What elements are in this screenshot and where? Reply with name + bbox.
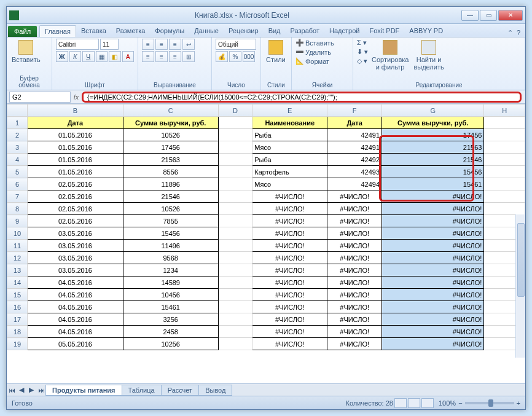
cell-C2[interactable]: 10526	[123, 129, 218, 141]
cell-B10[interactable]: 03.05.2016	[28, 227, 123, 240]
cell-G4[interactable]: 21546	[382, 154, 484, 166]
cell-D10[interactable]	[218, 227, 252, 240]
sheet-nav-prev[interactable]: ◀	[17, 385, 26, 395]
minimize-button[interactable]: —	[461, 10, 479, 21]
percent-button[interactable]: %	[229, 51, 241, 62]
cell-C6[interactable]: 11896	[123, 178, 218, 190]
cell-F10[interactable]: #ЧИСЛО!	[327, 227, 382, 240]
cell-F8[interactable]: #ЧИСЛО!	[327, 203, 382, 215]
font-size-combo[interactable]: 11	[100, 39, 119, 50]
ribbon-minimize-icon[interactable]: ⌃	[507, 29, 513, 37]
cell-B7[interactable]: 02.05.2016	[28, 190, 123, 203]
cell-F2[interactable]: 42491	[327, 129, 382, 141]
cell-E17[interactable]: #ЧИСЛО!	[252, 313, 327, 326]
col-header-B[interactable]: B	[28, 104, 123, 117]
cell-H3[interactable]	[484, 141, 525, 154]
paste-button[interactable]: Вставить	[10, 39, 42, 65]
cell-C3[interactable]: 17456	[123, 141, 218, 154]
currency-button[interactable]: 💰	[216, 51, 228, 62]
cell-C12[interactable]: 9568	[123, 252, 218, 264]
underline-button[interactable]: Ч	[82, 51, 95, 62]
align-right-button[interactable]: ≡	[169, 51, 181, 62]
find-select-button[interactable]: Найти и выделить	[412, 39, 445, 72]
cell-C1[interactable]: Сумма выручки, руб.	[123, 117, 218, 129]
cell-B12[interactable]: 03.05.2016	[28, 252, 123, 264]
cell-B16[interactable]: 04.05.2016	[28, 301, 123, 313]
cell-E1[interactable]: Наименование	[252, 117, 327, 129]
cell-B6[interactable]: 02.05.2016	[28, 178, 123, 190]
col-header-C[interactable]: C	[123, 104, 218, 117]
select-all-corner[interactable]	[7, 104, 28, 117]
cell-D11[interactable]	[218, 240, 252, 252]
cell-D16[interactable]	[218, 301, 252, 313]
cell-D17[interactable]	[218, 313, 252, 326]
row-header-14[interactable]: 14	[7, 277, 28, 289]
cell-E12[interactable]: #ЧИСЛО!	[252, 252, 327, 264]
cell-E5[interactable]: Картофель	[252, 166, 327, 178]
row-header-13[interactable]: 13	[7, 264, 28, 277]
cell-G19[interactable]: #ЧИСЛО!	[382, 338, 484, 350]
cell-C18[interactable]: 2458	[123, 326, 218, 338]
row-header-2[interactable]: 2	[7, 129, 28, 141]
cell-D18[interactable]	[218, 326, 252, 338]
sheet-nav-next[interactable]: ▶	[26, 385, 36, 395]
cell-D13[interactable]	[218, 264, 252, 277]
row-header-5[interactable]: 5	[7, 166, 28, 178]
cell-C8[interactable]: 10526	[123, 203, 218, 215]
cell-G7[interactable]: #ЧИСЛО!	[382, 190, 484, 203]
cell-H1[interactable]	[484, 117, 525, 129]
cell-C10[interactable]: 15456	[123, 227, 218, 240]
row-header-11[interactable]: 11	[7, 240, 28, 252]
format-cells-button[interactable]: 📐 Формат	[295, 57, 349, 65]
cell-D2[interactable]	[218, 129, 252, 141]
zoom-slider[interactable]	[465, 402, 514, 404]
cell-H4[interactable]	[484, 154, 525, 166]
col-header-D[interactable]: D	[218, 104, 252, 117]
col-header-G[interactable]: G	[382, 104, 484, 117]
row-header-1[interactable]: 1	[7, 117, 28, 129]
cell-G13[interactable]: #ЧИСЛО!	[382, 264, 484, 277]
align-left-button[interactable]: ≡	[142, 51, 154, 62]
cell-D15[interactable]	[218, 289, 252, 301]
zoom-in-button[interactable]: +	[517, 399, 520, 407]
cell-G10[interactable]: #ЧИСЛО!	[382, 227, 484, 240]
col-header-E[interactable]: E	[252, 104, 327, 117]
tab-Вставка[interactable]: Вставка	[76, 25, 111, 37]
row-header-9[interactable]: 9	[7, 215, 28, 227]
clear-button[interactable]: ◇ ▾	[357, 57, 368, 65]
cell-H2[interactable]	[484, 129, 525, 141]
cell-C7[interactable]: 21546	[123, 190, 218, 203]
cell-B18[interactable]: 04.05.2016	[28, 326, 123, 338]
cell-G1[interactable]: Сумма выручки, руб.	[382, 117, 484, 129]
cell-G18[interactable]: #ЧИСЛО!	[382, 326, 484, 338]
cell-G15[interactable]: #ЧИСЛО!	[382, 289, 484, 301]
cell-C16[interactable]: 15461	[123, 301, 218, 313]
row-header-10[interactable]: 10	[7, 227, 28, 240]
cell-C15[interactable]: 10456	[123, 289, 218, 301]
tab-Вид[interactable]: Вид	[264, 25, 286, 37]
insert-cells-button[interactable]: ➕ Вставить	[295, 39, 349, 47]
merge-button[interactable]: ⊞	[182, 51, 195, 62]
cell-E8[interactable]: #ЧИСЛО!	[252, 203, 327, 215]
cell-E4[interactable]: Рыба	[252, 154, 327, 166]
cell-C11[interactable]: 11496	[123, 240, 218, 252]
cell-E9[interactable]: #ЧИСЛО!	[252, 215, 327, 227]
cell-G8[interactable]: #ЧИСЛО!	[382, 203, 484, 215]
cell-H8[interactable]	[484, 203, 525, 215]
cell-F17[interactable]: #ЧИСЛО!	[327, 313, 382, 326]
zoom-out-button[interactable]: −	[458, 399, 462, 407]
cell-B3[interactable]: 01.05.2016	[28, 141, 123, 154]
tab-Формулы[interactable]: Формулы	[150, 25, 189, 37]
fill-color-button[interactable]: ◧	[109, 51, 121, 62]
sheet-tab-1[interactable]: Таблица	[122, 385, 162, 396]
sheet-tab-0[interactable]: Продукты питания	[45, 385, 122, 396]
cell-B11[interactable]: 03.05.2016	[28, 240, 123, 252]
cell-C19[interactable]: 10256	[123, 338, 218, 350]
cell-H7[interactable]	[484, 190, 525, 203]
name-box[interactable]: G2	[9, 92, 71, 103]
cell-D1[interactable]	[218, 117, 252, 129]
font-name-combo[interactable]: Calibri	[56, 39, 99, 50]
cell-F3[interactable]: 42491	[327, 141, 382, 154]
cell-F6[interactable]: 42494	[327, 178, 382, 190]
cell-D7[interactable]	[218, 190, 252, 203]
